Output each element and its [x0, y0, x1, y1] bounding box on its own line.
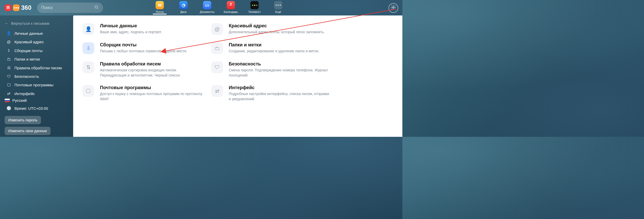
settings-card[interactable]: 🖵Почтовые программыДоступ к ящику с помо… — [82, 85, 204, 102]
svg-point-0 — [95, 5, 98, 8]
topnav-label: Документы — [200, 10, 215, 13]
logo-text: 360 — [21, 4, 31, 11]
search-placeholder: Поиск — [41, 5, 53, 10]
topnav-item-more[interactable]: Ещё — [270, 1, 286, 13]
settings-card[interactable]: 🗀Папки и меткиСоздание, редактирование и… — [211, 42, 332, 54]
settings-card[interactable]: ⇩Сборщик почтыПисьма с любых почтовых се… — [82, 42, 204, 54]
sidebar-item[interactable]: ⇄Интерфейс — [5, 90, 70, 97]
clock-icon: 🕒 — [6, 106, 11, 111]
gear-icon — [391, 5, 396, 12]
sidebar-nav: 👤Личные данные@Красивый адрес⇩Сборщик по… — [5, 30, 70, 97]
card-title: Интерфейс — [229, 85, 332, 90]
monitor-icon: 🖵 — [6, 83, 11, 87]
header: Я 360 Поиск ✉Почта◔Диск▭Документы2Календ… — [0, 0, 402, 15]
back-to-mail-link[interactable]: ← Вернуться к письмам — [5, 21, 70, 26]
language-label: Русский — [12, 98, 27, 103]
settings-gear-button[interactable] — [388, 3, 398, 13]
topnav-item-docs[interactable]: ▭Документы — [199, 1, 215, 13]
yandex-ya-icon: Я — [5, 4, 11, 11]
shield-icon: 🛡 — [211, 61, 223, 73]
card-desc: Дополнительный адрес почты, который легк… — [229, 30, 325, 35]
sidebar-item[interactable]: ⇩Сборщик почты — [5, 47, 70, 54]
settings-card[interactable]: 🛡БезопасностьСмена пароля. Подтверждение… — [211, 61, 332, 78]
search-input[interactable]: Поиск — [37, 3, 103, 13]
topnav-label: Диск — [180, 10, 187, 13]
timezone-selector[interactable]: 🕒 Время: UTC+03:00 — [5, 105, 70, 111]
sidebar-item[interactable]: 🛡Безопасность — [5, 73, 70, 79]
sidebar-item[interactable]: @Красивый адрес — [5, 39, 70, 45]
card-title: Безопасность — [229, 61, 332, 67]
arrow-left-icon: ← — [5, 21, 9, 26]
yandex-dots-icon — [13, 4, 20, 11]
disk-icon: ◔ — [182, 3, 185, 8]
sidebar-item-label: Правила обработки писем — [14, 66, 62, 70]
at-icon: @ — [6, 40, 11, 44]
topnav-label: Телемост — [248, 10, 261, 13]
monitor-icon: 🖵 — [82, 85, 94, 97]
folder-icon: 🗀 — [211, 42, 223, 54]
docs-icon: ▭ — [205, 3, 209, 8]
flag-ru-icon — [5, 99, 10, 102]
settings-card[interactable]: @Красивый адресДополнительный адрес почт… — [211, 23, 332, 35]
settings-card[interactable]: ⇅Правила обработки писемАвтоматическая с… — [82, 61, 204, 78]
inbox-icon: ⇩ — [82, 42, 94, 54]
card-desc: Подробные настройки интерфейса, списка п… — [229, 91, 332, 102]
card-title: Папки и метки — [229, 42, 319, 48]
sidebar-item[interactable]: ⚖Правила обработки писем — [5, 65, 70, 71]
card-desc: Автоматическая сортировка входящих писем… — [100, 68, 203, 78]
settings-grid: 👤Личные данныеВаше имя, адрес, подпись и… — [73, 15, 402, 107]
search-icon — [94, 5, 99, 11]
card-desc: Смена пароля. Подтверждение номера телеф… — [229, 68, 332, 78]
telemost-dots-icon — [252, 5, 257, 6]
topnav-item-tele[interactable]: Телемост — [247, 1, 262, 13]
timezone-label: Время: UTC+03:00 — [14, 106, 48, 111]
sidebar-item-label: Личные данные — [14, 31, 43, 36]
back-label: Вернуться к письмам — [11, 21, 49, 26]
language-selector[interactable]: Русский — [5, 98, 70, 103]
sliders-icon: ⇄ — [6, 91, 11, 96]
filter-icon: ⇅ — [82, 61, 94, 73]
sidebar-item-label: Интерфейс — [14, 91, 35, 96]
main-panel: 👤Личные данныеВаше имя, адрес, подпись и… — [73, 15, 402, 137]
calendar-badge: 2 — [227, 2, 235, 6]
settings-card[interactable]: ⇄ИнтерфейсПодробные настройки интерфейса… — [211, 85, 332, 102]
user-icon: 👤 — [82, 23, 94, 35]
sidebar: ← Вернуться к письмам 👤Личные данные@Кра… — [0, 15, 73, 137]
topnav-label: Почта — [156, 10, 164, 13]
svg-line-1 — [97, 8, 98, 9]
mail-icon: ✉ — [158, 3, 162, 8]
sidebar-item[interactable]: 👤Личные данные — [5, 30, 70, 36]
topnav-label: Календарь — [224, 10, 238, 13]
card-desc: Письма с любых почтовых сервисов в одном… — [100, 49, 187, 54]
shield-icon: 🛡 — [6, 74, 11, 79]
topnav-item-disk[interactable]: ◔Диск — [176, 1, 191, 13]
sidebar-item[interactable]: 🖵Почтовые программы — [5, 82, 70, 88]
at-icon: @ — [211, 23, 223, 35]
card-title: Правила обработки писем — [100, 61, 203, 67]
topnav-item-mail[interactable]: ✉Почта — [152, 1, 167, 13]
sliders-icon: ⇄ — [211, 85, 223, 97]
card-title: Сборщик почты — [100, 42, 187, 48]
more-dots-icon — [276, 5, 281, 6]
change-data-button[interactable]: Изменить свои данные — [5, 127, 50, 135]
sidebar-item-label: Папки и метки — [14, 57, 40, 61]
card-desc: Создание, редактирование и удаление папо… — [229, 49, 319, 54]
sidebar-item[interactable]: 🗀Папки и метки — [5, 56, 70, 62]
logo[interactable]: Я 360 — [5, 4, 31, 11]
topnav-label: Ещё — [275, 10, 281, 13]
sidebar-item-label: Сборщик почты — [14, 48, 43, 53]
card-title: Почтовые программы — [100, 85, 203, 90]
card-desc: Ваше имя, адрес, подпись и портрет. — [100, 30, 162, 35]
card-desc: Доступ к ящику с помощью почтовых програ… — [100, 91, 203, 102]
inbox-icon: ⇩ — [6, 48, 11, 53]
sidebar-item-label: Почтовые программы — [14, 83, 53, 87]
sidebar-item-label: Красивый адрес — [14, 40, 44, 44]
change-password-button[interactable]: Изменить пароль — [5, 116, 41, 124]
topnav-item-cal[interactable]: 2Календарь — [223, 1, 239, 13]
top-nav: ✉Почта◔Диск▭Документы2КалендарьТелемостЕ… — [152, 0, 286, 15]
sidebar-item-label: Безопасность — [14, 74, 39, 79]
svg-point-2 — [393, 7, 394, 8]
user-icon: 👤 — [6, 31, 11, 36]
card-title: Личные данные — [100, 23, 162, 29]
settings-card[interactable]: 👤Личные данныеВаше имя, адрес, подпись и… — [82, 23, 204, 35]
